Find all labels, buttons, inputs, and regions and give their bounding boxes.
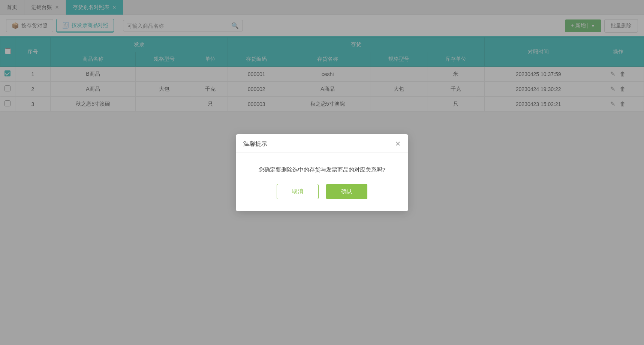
modal-overlay: 温馨提示 ✕ 您确定要删除选中的存货与发票商品的对应关系吗? 取消 确认 <box>0 0 644 112</box>
